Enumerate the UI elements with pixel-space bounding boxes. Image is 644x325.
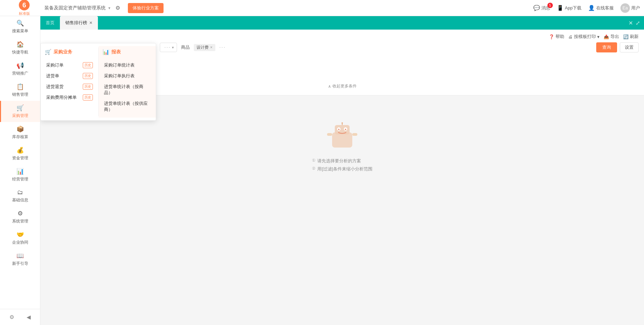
- system-icon: ⚙: [17, 210, 23, 217]
- tab-close-window-icon[interactable]: ✕: [629, 20, 633, 26]
- system-title-arrow[interactable]: ▾: [108, 6, 110, 10]
- service-icon: 👤: [588, 5, 595, 11]
- tab-sales-rank[interactable]: 销售排行榜 ✕: [60, 16, 98, 30]
- collapse-icon: ∧: [328, 84, 331, 89]
- menu-item-purchase-expense[interactable]: 采购费用分摊单 历史: [45, 92, 94, 103]
- sidebar-item-newbie[interactable]: 📖 新手引导: [0, 249, 40, 270]
- svg-rect-7: [352, 133, 357, 136]
- goods-tag-remove[interactable]: ×: [210, 45, 212, 50]
- sidebar-item-finance[interactable]: 💰 资金管理: [0, 143, 40, 164]
- sidebar-label-finance: 资金管理: [12, 155, 28, 161]
- svg-rect-1: [335, 125, 350, 134]
- enterprise-icon: 🤝: [16, 231, 24, 238]
- settings-button[interactable]: 设置: [620, 42, 639, 52]
- refresh-icon: 🔄: [623, 34, 629, 39]
- menu-item-purchase-order[interactable]: 采购订单 历史: [45, 60, 94, 71]
- goods-dots: ···: [219, 44, 226, 50]
- sidebar: 🔍 搜索菜单 🏠 快捷导航 📢 营销推广 📋 销售管理 🛒 采购管理 📦 库存核…: [0, 16, 40, 325]
- print-button[interactable]: 🖨 按模板打印 ▾: [568, 34, 600, 40]
- online-service-button[interactable]: 👤 在线客服: [588, 5, 614, 11]
- app-download-label: App下载: [565, 5, 581, 11]
- menu-item-inbound-stats-supplier[interactable]: 进货单统计表（按供应商）: [103, 98, 152, 115]
- export-icon: 📤: [604, 34, 609, 39]
- menu-item-purchase-order-exec[interactable]: 采购订单执行表: [103, 71, 152, 81]
- tab-sales-rank-label: 销售排行榜: [65, 20, 87, 26]
- report-section-icon: 📊: [103, 49, 109, 55]
- tab-bar: 首页 销售排行榜 ✕ ✕ ⤢: [40, 16, 644, 30]
- menu-item-inbound-return[interactable]: 进货退货 历史: [45, 81, 94, 92]
- tab-expand-icon[interactable]: ⤢: [636, 20, 640, 26]
- system-title: 装备及固定资产辅助管理系统: [44, 5, 106, 11]
- page-content: 🛒 采购业务 采购订单 历史 进货单 历史 进货退货 历史: [40, 30, 644, 325]
- svg-point-9: [342, 122, 343, 124]
- sidebar-settings-btn[interactable]: ⚙: [8, 313, 15, 322]
- sidebar-label-purchase: 采购管理: [12, 113, 28, 119]
- message-button[interactable]: 💬 消息 5: [533, 5, 550, 11]
- sidebar-label-quick-nav: 快捷导航: [12, 49, 28, 55]
- sidebar-item-system[interactable]: ⚙ 系统管理: [0, 206, 40, 228]
- tab-home[interactable]: 首页: [40, 16, 60, 30]
- sidebar-item-enterprise[interactable]: 🤝 企业协同: [0, 228, 40, 249]
- sidebar-item-quick-nav[interactable]: 🏠 快捷导航: [0, 37, 40, 58]
- user-avatar: Ea: [620, 3, 630, 13]
- collapse-label: 收起更多条件: [332, 83, 357, 89]
- sidebar-label-operations: 经营管理: [12, 176, 28, 182]
- svg-rect-0: [332, 132, 352, 148]
- sidebar-label-system: 系统管理: [12, 218, 28, 224]
- sidebar-item-operations[interactable]: 📊 经营管理: [0, 164, 40, 186]
- purchase-menu-section: 🛒 采购业务 采购订单 历史 进货单 历史 进货退货 历史: [41, 46, 98, 118]
- purchase-icon: 🛒: [16, 104, 24, 112]
- sidebar-collapse-btn[interactable]: ◀: [25, 313, 32, 322]
- sales-icon: 📋: [16, 83, 24, 90]
- message-badge: 5: [547, 3, 553, 8]
- goods-tag: 设计费 ×: [194, 44, 215, 51]
- industry-btn[interactable]: 体验行业方案: [128, 3, 164, 13]
- export-button[interactable]: 📤 导出: [604, 34, 619, 40]
- message-icon: 💬: [533, 5, 540, 11]
- inventory-icon: 📦: [16, 125, 24, 133]
- goods-tag-text: 设计费: [196, 45, 209, 50]
- hist-badge-purchase-expense: 历史: [83, 94, 93, 100]
- help-icon: ❓: [549, 34, 554, 39]
- sidebar-item-basic-info[interactable]: 🗂 基础信息: [0, 186, 40, 206]
- refresh-button[interactable]: 🔄 刷新: [623, 34, 639, 40]
- export-label: 导出: [610, 34, 619, 40]
- empty-tips: 请先选择要分析的方案 用[过滤]条件来缩小分析范围: [312, 158, 372, 174]
- marketing-icon: 📢: [16, 62, 24, 69]
- menu-item-inbound[interactable]: 进货单 历史: [45, 71, 94, 81]
- empty-illustration: [325, 122, 359, 153]
- menu-item-inbound-stats-goods[interactable]: 进货单统计表（按商品）: [103, 81, 152, 98]
- svg-rect-6: [327, 133, 332, 136]
- logo-text: 标准版: [19, 11, 30, 16]
- doc-status-dots: ···: [164, 44, 171, 50]
- tab-bar-right: ✕ ⤢: [629, 20, 644, 26]
- help-button[interactable]: ❓ 帮助: [549, 34, 564, 40]
- online-service-label: 在线客服: [596, 5, 614, 11]
- doc-status-select[interactable]: ··· ▾: [160, 43, 177, 52]
- sidebar-item-search-menu[interactable]: 🔍 搜索菜单: [0, 16, 40, 37]
- query-button[interactable]: 查询: [596, 42, 617, 52]
- goods-label: 商品: [181, 44, 190, 50]
- doc-status-arrow: ▾: [172, 45, 174, 50]
- content-area: 首页 销售排行榜 ✕ ✕ ⤢ 🛒 采购业务: [40, 16, 644, 325]
- app-download-button[interactable]: 📱 App下载: [557, 5, 581, 11]
- sidebar-bottom: ⚙ ◀: [0, 309, 40, 325]
- finance-icon: 💰: [16, 147, 24, 154]
- header-gear-icon[interactable]: ⚙: [113, 3, 122, 13]
- system-title-area: 装备及固定资产辅助管理系统 ▾ ⚙ 体验行业方案: [44, 3, 533, 13]
- logo-icon: 6: [19, 0, 30, 10]
- purchase-dropdown-menu: 🛒 采购业务 采购订单 历史 进货单 历史 进货退货 历史: [40, 43, 156, 121]
- hist-badge-inbound-return: 历史: [83, 84, 93, 90]
- sidebar-item-inventory[interactable]: 📦 库存核算: [0, 122, 40, 143]
- sidebar-item-purchase[interactable]: 🛒 采购管理: [0, 101, 40, 122]
- purchase-section-title: 🛒 采购业务: [45, 49, 94, 56]
- user-area[interactable]: Ea 用户: [620, 3, 640, 13]
- sidebar-item-sales[interactable]: 📋 销售管理: [0, 80, 40, 101]
- help-label: 帮助: [556, 34, 564, 40]
- sidebar-item-marketing[interactable]: 📢 营销推广: [0, 58, 40, 80]
- top-header: 6 标准版 装备及固定资产辅助管理系统 ▾ ⚙ 体验行业方案 💬 消息 5 📱 …: [0, 0, 644, 16]
- main-layout: 🔍 搜索菜单 🏠 快捷导航 📢 营销推广 📋 销售管理 🛒 采购管理 📦 库存核…: [0, 16, 644, 325]
- tab-close-icon[interactable]: ✕: [89, 21, 93, 25]
- menu-item-purchase-order-stats[interactable]: 采购订单统计表: [103, 60, 152, 71]
- operations-icon: 📊: [16, 168, 24, 175]
